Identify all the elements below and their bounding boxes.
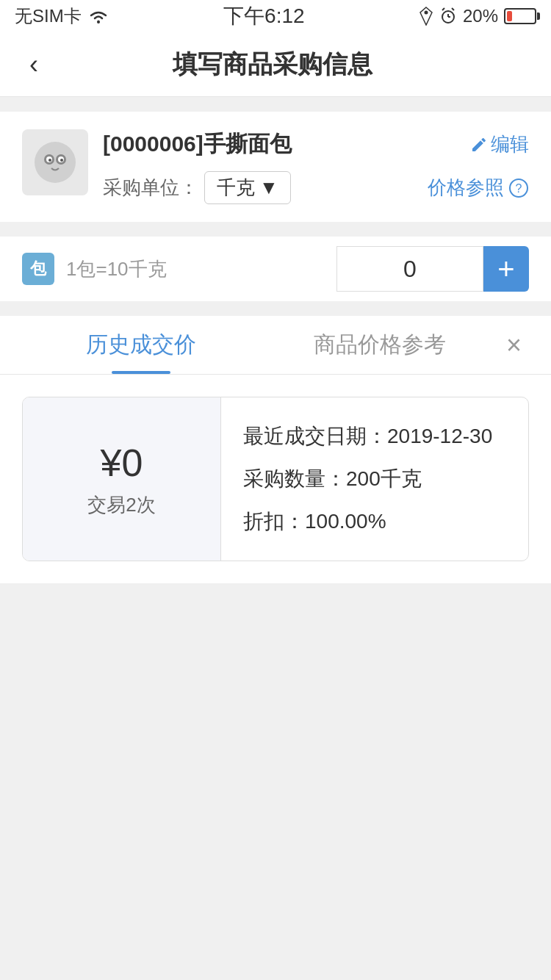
recent-date-value: 2019-12-30 <box>387 425 492 447</box>
quantity-unit-icon: 包 <box>22 253 54 285</box>
carrier-text: 无SIM卡 <box>15 4 82 28</box>
price-recent-date-row: 最近成交日期：2019-12-30 <box>243 421 506 452</box>
history-price-card: ¥0 交易2次 最近成交日期：2019-12-30 采购数量：200千克 折扣：… <box>22 397 529 561</box>
svg-point-13 <box>60 159 63 162</box>
svg-point-12 <box>48 159 51 162</box>
svg-point-7 <box>35 142 76 183</box>
tab-history-label: 历史成交价 <box>86 330 196 360</box>
price-card-left: ¥0 交易2次 <box>23 397 221 561</box>
tab-reference-label: 商品价格参考 <box>314 330 446 360</box>
section-divider <box>0 222 551 237</box>
unit-label: 采购单位： 千克 ▼ <box>103 171 291 204</box>
edit-button[interactable]: 编辑 <box>470 131 529 157</box>
status-time: 下午6:12 <box>223 2 305 30</box>
unit-select[interactable]: 千克 ▼ <box>204 171 291 204</box>
unit-value: 千克 <box>217 175 255 201</box>
tab-close-button[interactable]: × <box>499 323 529 368</box>
product-title-row: [0000006]手撕面包 编辑 <box>103 129 529 159</box>
unit-label-text: 采购单位： <box>103 175 198 201</box>
tab-bar: 历史成交价 商品价格参考 × <box>0 316 551 375</box>
purchase-qty-label: 采购数量： <box>243 467 346 490</box>
tab-section: 历史成交价 商品价格参考 × ¥0 交易2次 最近成交日期：2019-12-30… <box>0 316 551 583</box>
status-left: 无SIM卡 <box>15 4 109 28</box>
price-amount: ¥0 <box>101 441 143 485</box>
discount-value: 100.00% <box>305 510 386 533</box>
battery-percent: 20% <box>463 6 498 26</box>
price-transactions: 交易2次 <box>87 492 155 518</box>
edit-label: 编辑 <box>491 131 529 157</box>
back-button[interactable]: ‹ <box>22 42 46 87</box>
status-bar: 无SIM卡 下午6:12 20% <box>0 0 551 32</box>
tab-content-history: ¥0 交易2次 最近成交日期：2019-12-30 采购数量：200千克 折扣：… <box>0 375 551 583</box>
svg-point-0 <box>97 21 100 24</box>
purchase-qty-value: 200千克 <box>346 467 422 490</box>
nav-bar: ‹ 填写商品采购信息 <box>0 32 551 97</box>
tab-history-price[interactable]: 历史成交价 <box>22 316 260 374</box>
quantity-label: 包 1包=10千克 <box>22 253 167 285</box>
price-card-right: 最近成交日期：2019-12-30 采购数量：200千克 折扣：100.00% <box>221 397 528 561</box>
price-ref-label: 价格参照 <box>428 175 504 201</box>
edit-icon <box>470 136 488 154</box>
product-thumbnail <box>22 129 88 195</box>
status-right: 20% <box>419 6 536 26</box>
page-title: 填写商品采购信息 <box>60 48 485 82</box>
svg-text:?: ? <box>516 182 522 195</box>
recent-date-label: 最近成交日期： <box>243 425 387 447</box>
discount-label: 折扣： <box>243 510 305 533</box>
product-info: [0000006]手撕面包 编辑 采购单位： 千克 ▼ 价格 <box>103 129 529 204</box>
battery-icon <box>504 8 536 24</box>
svg-line-5 <box>442 8 444 10</box>
tab-price-reference[interactable]: 商品价格参考 <box>260 316 498 374</box>
svg-point-1 <box>424 11 428 15</box>
battery-fill <box>507 11 512 21</box>
quantity-unit-hint: 1包=10千克 <box>66 256 167 282</box>
help-icon: ? <box>508 178 529 198</box>
unit-dropdown-arrow: ▼ <box>259 176 278 199</box>
product-header: [0000006]手撕面包 编辑 采购单位： 千克 ▼ 价格 <box>22 129 529 204</box>
quantity-input[interactable] <box>336 246 483 292</box>
product-name: [0000006]手撕面包 <box>103 129 292 159</box>
wifi-icon <box>87 8 109 24</box>
qty-icon-text: 包 <box>30 258 46 280</box>
product-unit-row: 采购单位： 千克 ▼ 价格参照 ? <box>103 171 529 204</box>
product-section: [0000006]手撕面包 编辑 采购单位： 千克 ▼ 价格 <box>0 112 551 222</box>
svg-line-6 <box>452 8 454 10</box>
price-purchase-qty-row: 采购数量：200千克 <box>243 464 506 494</box>
alarm-icon <box>439 7 457 26</box>
price-ref-button[interactable]: 价格参照 ? <box>428 175 529 201</box>
quantity-section: 包 1包=10千克 + <box>0 237 551 301</box>
quantity-plus-button[interactable]: + <box>483 246 529 292</box>
location-icon <box>419 7 433 26</box>
price-discount-row: 折扣：100.00% <box>243 506 506 537</box>
quantity-controls: + <box>336 246 529 292</box>
